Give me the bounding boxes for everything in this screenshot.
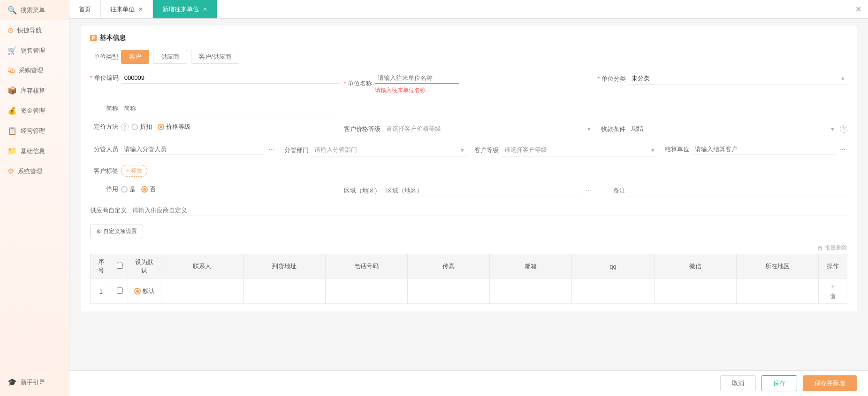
customize-settings-button[interactable]: ⚙ 自定义项设置 [90,225,143,238]
row-qq[interactable] [572,279,654,304]
fax-input[interactable] [412,288,485,295]
unit-category-value: 未分类 [629,72,847,85]
btn-both[interactable]: 客户/供应商 [191,50,239,64]
sidebar-item-purchase[interactable]: 🛍 采购管理 [0,61,69,80]
sidebar-item-quick-nav[interactable]: ⊙ 快捷导航 [0,20,69,40]
contacts-table: 序号 设为默认 联系人 到货地址 电话号码 传真 邮箱 qq 微信 所在地区 操… [90,254,847,304]
address-input[interactable] [248,288,320,295]
customer-level-group: 客户等级 请选择客户等级 ▾ [471,144,657,156]
row-default-radio-circle [134,288,141,295]
short-name-group: 简称 [90,103,341,114]
settlement-unit-label: 结算单位 [661,145,689,154]
info-icon[interactable]: ? [121,123,129,131]
row-seq: 1 [91,279,112,304]
customer-price-level-label: 客户价格等级 [344,125,381,133]
customer-tag-group: 客户标签 + 标签 [90,165,847,177]
settlement-more-btn[interactable]: ··· [838,145,847,154]
sidebar-item-system[interactable]: ⚙ 系统管理 [0,161,69,181]
unit-code-input[interactable] [122,72,340,84]
table-header-bar: 🗑 批量删除 [90,244,847,252]
row-delete-button[interactable]: 🗑 [828,291,838,301]
pricing-method-label: 定价方法 [90,123,118,131]
radio-no-circle [141,186,148,193]
row-fax[interactable] [408,279,490,304]
row-address[interactable] [244,279,326,304]
qq-input[interactable] [577,288,649,295]
phone-input[interactable] [330,288,403,295]
department-group: 分管部门 请输入分管部门 ▾ [281,144,467,156]
purchase-icon: 🛍 [8,66,15,75]
tab-home[interactable]: 首页 [69,0,101,18]
sidebar-item-inventory[interactable]: 📦 库存核算 [0,80,69,101]
sidebar-item-operation[interactable]: 📋 经营管理 [0,121,69,141]
close-partner-tab[interactable]: ✕ [138,6,143,13]
radio-discount[interactable]: 折扣 [131,123,152,131]
newbie-icon: 🎓 [8,378,17,387]
row-phone[interactable] [326,279,408,304]
finance-icon: 💰 [8,106,17,115]
payment-info-icon[interactable]: ? [840,125,847,133]
row-default-radio[interactable]: 默认 [133,287,156,295]
row-email[interactable] [490,279,572,304]
supplier-custom-input[interactable] [129,205,847,216]
col-action: 操作 [818,254,847,279]
btn-supplier[interactable]: 供应商 [153,50,187,64]
inventory-icon: 📦 [8,86,17,95]
search-icon: 🔍 [8,6,17,15]
row-add-button[interactable]: + [829,282,837,291]
cancel-button[interactable]: 取消 [720,375,756,391]
tab-partner[interactable]: 往来单位 ✕ [101,0,153,18]
pricing-method-radios: 折扣 价格等级 [131,123,190,131]
row-checkbox[interactable] [112,279,128,304]
row-select-checkbox[interactable] [117,287,123,294]
region-input[interactable] [383,185,581,196]
col-seq: 序号 [91,254,112,279]
tabbar-close-all[interactable]: ✕ [849,0,868,18]
supervisor-more-btn[interactable]: ··· [266,145,276,154]
home-icon: ⊙ [8,26,14,35]
payment-terms-select-wrapper[interactable]: 现结 ▾ [628,123,837,135]
radio-price-level[interactable]: 价格等级 [158,123,190,131]
contact-input[interactable] [166,288,238,295]
add-tag-button[interactable]: + 标签 [121,165,147,177]
unit-category-select-wrapper[interactable]: 未分类 ▾ [629,72,847,85]
region-more-btn[interactable]: ··· [584,186,594,195]
radio-no[interactable]: 否 [141,185,156,194]
row-wechat[interactable] [654,279,736,304]
supervisor-input[interactable] [121,144,264,155]
short-name-input[interactable] [121,103,341,114]
sidebar-item-finance[interactable]: 💰 资金管理 [0,101,69,121]
trash-icon: 🗑 [817,245,823,251]
select-all-checkbox[interactable] [117,263,123,269]
save-button[interactable]: 保存 [761,375,797,391]
col-email: 邮箱 [490,254,572,279]
sidebar-item-basic-info[interactable]: 📁 基础信息 [0,141,69,161]
supplier-custom-group: 供应商自定义 [90,205,847,216]
row-region-input[interactable] [741,288,814,295]
row-contact[interactable] [161,279,243,304]
email-input[interactable] [495,288,567,295]
unit-name-input[interactable] [375,72,459,84]
sidebar-item-newbie[interactable]: 🎓 新手引导 [0,372,69,392]
customer-price-select-wrapper[interactable]: 请选择客户价格等级 ▾ [383,123,594,135]
region-label: 区域（地区） [344,186,381,195]
radio-yes[interactable]: 是 [121,185,136,194]
main-area: 首页 往来单位 ✕ 新增往来单位 ✕ ✕ P 基本信息 单位类型 客户 [69,0,868,396]
customer-level-select-wrapper[interactable]: 请选择客户等级 ▾ [502,144,657,156]
save-and-new-button[interactable]: 保存并新增 [803,375,857,391]
wechat-input[interactable] [659,288,731,295]
remark-input[interactable] [628,185,847,196]
sidebar-item-search[interactable]: 🔍 搜索菜单 [0,0,69,20]
close-new-partner-tab[interactable]: ✕ [203,6,207,13]
tab-new-partner[interactable]: 新增往来单位 ✕ [153,0,217,18]
row-region[interactable] [736,279,818,304]
customer-tag-label: 客户标签 [90,167,118,175]
unit-type-row: 单位类型 客户 供应商 客户/供应商 [90,50,847,64]
batch-delete-button[interactable]: 🗑 批量删除 [817,244,847,252]
btn-customer[interactable]: 客户 [121,50,149,64]
settlement-unit-input[interactable] [692,144,835,155]
department-select-wrapper[interactable]: 请输入分管部门 ▾ [312,144,467,156]
sidebar-item-sales[interactable]: 🛒 销售管理 [0,40,69,61]
unit-name-label: 单位名称 [344,79,373,88]
col-checkbox[interactable] [112,254,128,279]
